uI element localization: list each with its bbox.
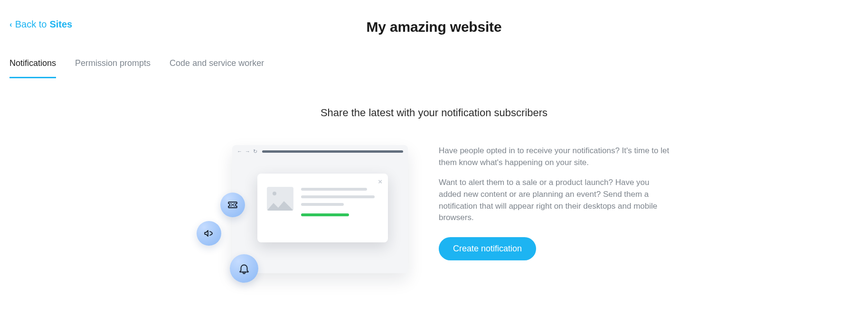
tab-code-service-worker[interactable]: Code and service worker (170, 58, 264, 78)
content-paragraph-1: Have people opted in to receive your not… (439, 145, 671, 168)
tab-bar: Notifications Permission prompts Code an… (9, 58, 859, 78)
browser-back-icon: ← (237, 149, 242, 154)
browser-refresh-icon: ↻ (253, 149, 257, 154)
content-subheading: Share the latest with your notification … (321, 107, 547, 119)
notification-illustration: ← → ↻ × (197, 145, 410, 292)
tab-permission-prompts[interactable]: Permission prompts (75, 58, 151, 78)
back-to-sites-link[interactable]: ‹ Back to Sites (9, 19, 72, 30)
page-title: My amazing website (0, 19, 868, 35)
content-paragraph-2: Want to alert them to a sale or a produc… (439, 177, 671, 224)
bell-icon (230, 254, 258, 283)
browser-url-bar-icon (262, 150, 403, 153)
image-placeholder-icon (267, 187, 293, 211)
back-prefix: Back to (15, 19, 47, 30)
create-notification-button[interactable]: Create notification (439, 237, 536, 260)
notification-card-mock: × (257, 174, 388, 242)
megaphone-icon (197, 221, 221, 246)
tab-notifications[interactable]: Notifications (9, 58, 56, 78)
ticket-icon (220, 193, 245, 217)
back-target: Sites (49, 19, 72, 30)
chevron-left-icon: ‹ (9, 20, 12, 28)
close-icon: × (378, 177, 382, 185)
browser-forward-icon: → (245, 149, 250, 154)
